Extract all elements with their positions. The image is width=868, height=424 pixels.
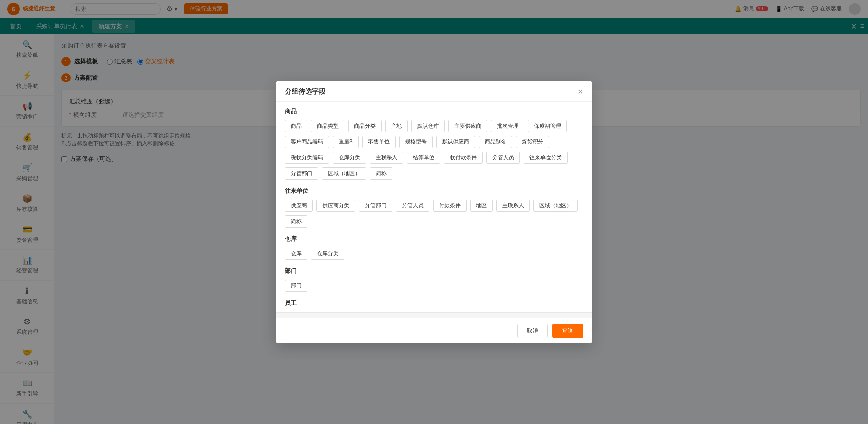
field-tag-main-contact-partner[interactable]: 主联系人 <box>496 200 530 212</box>
section-product-tags: 商品 商品类型 商品分类 产地 默认仓库 主要供应商 批次管理 保质期管理 客户… <box>285 120 583 180</box>
field-tag-weight[interactable]: 重量3 <box>333 136 359 148</box>
field-tag-customer-code[interactable]: 客户商品编码 <box>285 136 329 148</box>
field-tag-dept-supervisor[interactable]: 分管部门 <box>285 167 318 180</box>
section-warehouse-tags: 仓库 仓库分类 <box>285 248 583 260</box>
field-select-modal: 分组待选字段 ✕ 商品 商品 商品类型 商品分类 产地 默认仓库 主要供应商 批… <box>276 81 592 343</box>
field-tag-dept[interactable]: 部门 <box>285 280 307 292</box>
field-tag-main-supplier[interactable]: 主要供应商 <box>448 120 487 132</box>
field-tag-batch-mgmt[interactable]: 批次管理 <box>491 120 524 132</box>
field-tag-short-name-partner[interactable]: 简称 <box>285 215 307 228</box>
field-tag-managed-dept[interactable]: 分管部门 <box>359 200 392 212</box>
field-tag-managed-person[interactable]: 分管人员 <box>396 200 429 212</box>
modal-title: 分组待选字段 <box>285 87 326 96</box>
field-tag-warehouse-cat[interactable]: 仓库分类 <box>311 248 344 260</box>
section-partner-tags: 供应商 供应商分类 分管部门 分管人员 付款条件 地区 主联系人 区域（地区） … <box>285 200 583 228</box>
section-partner-title: 往来单位 <box>285 187 583 195</box>
field-tag-product-type[interactable]: 商品类型 <box>311 120 344 132</box>
field-tag-default-supplier[interactable]: 默认供应商 <box>436 136 475 148</box>
modal-body: 商品 商品 商品类型 商品分类 产地 默认仓库 主要供应商 批次管理 保质期管理… <box>276 102 592 312</box>
section-product: 商品 商品 商品类型 商品分类 产地 默认仓库 主要供应商 批次管理 保质期管理… <box>285 107 583 180</box>
field-tag-region-partner[interactable]: 区域（地区） <box>533 200 578 212</box>
field-tag-default-warehouse[interactable]: 默认仓库 <box>411 120 445 132</box>
field-tag-supplier-category[interactable]: 供应商分类 <box>316 200 355 212</box>
modal-header: 分组待选字段 ✕ <box>276 81 592 102</box>
modal-horizontal-scrollbar[interactable] <box>276 312 592 318</box>
section-employee-title: 员工 <box>285 299 583 307</box>
field-tag-settlement-unit[interactable]: 结算单位 <box>407 152 440 164</box>
section-product-title: 商品 <box>285 107 583 115</box>
cancel-button[interactable]: 取消 <box>517 324 548 338</box>
section-dept-tags: 部门 <box>285 280 583 292</box>
field-tag-partner-category[interactable]: 往来单位分类 <box>524 152 568 164</box>
field-tag-region[interactable]: 地区 <box>470 200 493 212</box>
modal-overlay: 分组待选字段 ✕ 商品 商品 商品类型 商品分类 产地 默认仓库 主要供应商 批… <box>0 0 868 424</box>
section-warehouse-title: 仓库 <box>285 235 583 243</box>
field-tag-product[interactable]: 商品 <box>285 120 307 132</box>
field-tag-refine-score[interactable]: 炼货积分 <box>516 136 549 148</box>
field-tag-payment-terms[interactable]: 收付款条件 <box>444 152 483 164</box>
field-tag-warehouse[interactable]: 仓库 <box>285 248 307 260</box>
section-dept-title: 部门 <box>285 267 583 275</box>
field-tag-payment-condition[interactable]: 付款条件 <box>433 200 467 212</box>
field-tag-short-name-product[interactable]: 简称 <box>370 167 392 180</box>
section-warehouse: 仓库 仓库 仓库分类 <box>285 235 583 260</box>
modal-close-button[interactable]: ✕ <box>577 87 583 96</box>
field-tag-retail-unit[interactable]: 零售单位 <box>362 136 396 148</box>
field-tag-origin[interactable]: 产地 <box>385 120 408 132</box>
field-tag-tax-code[interactable]: 税收分类编码 <box>285 152 329 164</box>
field-tag-spec-model[interactable]: 规格型号 <box>399 136 433 148</box>
field-tag-region-product[interactable]: 区域（地区） <box>322 167 366 180</box>
field-tag-warehouse-category[interactable]: 仓库分类 <box>333 152 366 164</box>
field-tag-supplier[interactable]: 供应商 <box>285 200 313 212</box>
field-tag-main-contact[interactable]: 主联系人 <box>370 152 403 164</box>
section-partner: 往来单位 供应商 供应商分类 分管部门 分管人员 付款条件 地区 主联系人 区域… <box>285 187 583 228</box>
field-tag-supervisor[interactable]: 分管人员 <box>486 152 520 164</box>
field-tag-product-category[interactable]: 商品分类 <box>348 120 382 132</box>
section-dept: 部门 部门 <box>285 267 583 292</box>
modal-footer: 取消 查询 <box>276 318 592 343</box>
field-tag-product-alias[interactable]: 商品别名 <box>479 136 512 148</box>
section-employee: 员工 业务员 <box>285 299 583 312</box>
field-tag-shelf-life[interactable]: 保质期管理 <box>528 120 567 132</box>
confirm-button[interactable]: 查询 <box>552 324 583 338</box>
